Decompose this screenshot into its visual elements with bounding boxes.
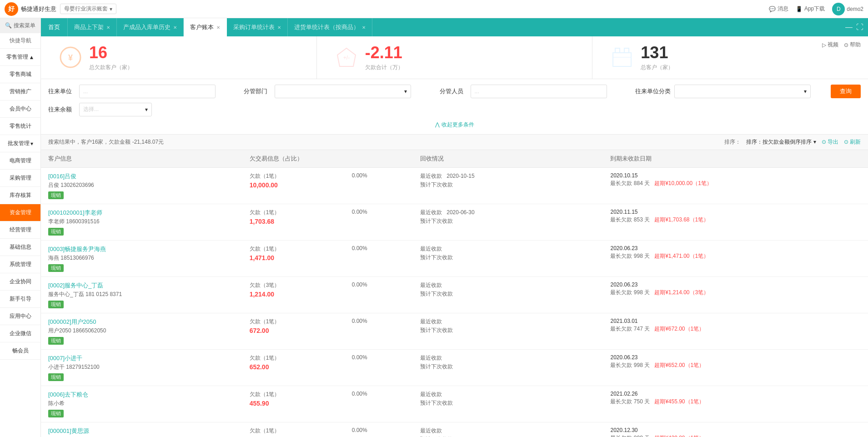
sidebar-item-app-center[interactable]: 应用中心 [0,308,40,325]
customer-phone: 海燕 18513066976 [48,254,235,262]
message-btn[interactable]: 💬 消息 [769,5,788,13]
message-label: 消息 [778,5,788,13]
overdue-link[interactable]: 超期¥1,214.00（3笔） [654,289,709,296]
overdue-link[interactable]: 超期¥672.00（1笔） [654,326,704,332]
user-name: demo2 [847,6,863,12]
close-icon[interactable]: ✕ [216,25,220,30]
customer-phone: 李老师 18600391516 [48,218,235,226]
collection-cell: 最近收款 预计下次收款 [413,276,570,313]
sidebar-search[interactable]: 🔍 搜索菜单 [0,18,40,33]
tab-product-shelf[interactable]: 商品上下架 ✕ [68,18,117,36]
sidebar-item-member[interactable]: 会员中心 [0,100,40,118]
debt-percent: 0.00% [352,318,406,324]
collapse-btn[interactable]: ⋀ 收起更多条件 [48,121,861,129]
debt-count-cell: 欠款（1笔） 429.00 [242,422,345,437]
tab-home[interactable]: 首页 [41,18,68,36]
collection-extra-cell [570,204,603,240]
tab-label: 客户账本 [190,23,214,31]
customer-name-link[interactable]: [000001]黄思源 [48,427,89,434]
tab-purchase-stats[interactable]: 采购订单统计表 ✕ [227,18,288,36]
collection-label: 最近收款 2020-10-15 [420,172,562,180]
sidebar-item-ecommerce[interactable]: 电商管理 [0,152,40,170]
sidebar-item-enterprise[interactable]: 企业协同 [0,273,40,291]
overdue-link[interactable]: 超期¥652.00（1笔） [654,362,704,368]
overdue-link[interactable]: 超期¥1,703.68（1笔） [654,216,709,223]
close-icon[interactable]: ✕ [106,25,110,30]
debt-count-cell: 欠款（1笔） 10,000.00 [242,167,345,204]
debt-count-cell: 欠款（1笔） 455.90 [242,386,345,422]
customer-name-link[interactable]: [0001020001]李老师 [48,209,102,216]
search-button[interactable]: 查询 [831,85,861,98]
overdue-link[interactable]: 超期¥455.90（1笔） [654,398,704,405]
close-icon[interactable]: ✕ [277,25,281,30]
quick-nav-item[interactable]: 快捷导航 [0,33,40,49]
debt-count-cell: 欠款（1笔） 1,703.68 [242,204,345,240]
sidebar-item-guide[interactable]: 新手引导 [0,291,40,308]
customer-name-link[interactable]: [0016]吕俊 [48,173,76,180]
content-area: 首页 商品上下架 ✕ 产成品入库单历史 ✕ 客户账本 ✕ 采购订单统计表 ✕ [41,18,868,437]
sidebar-item-wechat[interactable]: 企业微信 [0,325,40,342]
customer-name-link[interactable]: [0003]畅捷服务尹海燕 [48,246,106,252]
customer-name-link[interactable]: [000002]用户2050 [48,318,96,325]
overdue-link[interactable]: 超期¥429.00（1笔） [654,435,704,437]
sidebar-item-label: 企业微信 [10,330,31,337]
refresh-btn[interactable]: ⊙ 刷新 [844,138,861,146]
export-btn[interactable]: ⊙ 导出 [822,138,838,146]
debt-amount: 10,000.00 [250,181,337,189]
debt-amount: 672.00 [250,327,337,334]
overdue-info: 2020.10.15 最长欠款 884 天 超期¥10,000.00（1笔） [610,172,861,187]
balance-select[interactable]: 选择... ▾ [79,103,152,116]
minimize-btn[interactable]: — [845,23,853,31]
overdue-link[interactable]: 超期¥1,471.00（1笔） [654,253,709,259]
sidebar-item-label: 会员中心 [10,105,31,112]
collection-info: 最近收款 2020-06-30 预计下次收款 [420,209,562,225]
debt-amount: 455.90 [250,400,337,407]
sidebar-item-purchase[interactable]: 采购管理 [0,170,40,187]
sidebar-item-inventory[interactable]: 库存核算 [0,187,40,204]
user-menu[interactable]: D demo2 [832,3,863,15]
tab-label: 产成品入库单历史 [123,23,171,31]
dept-select[interactable]: ▾ [275,85,411,98]
results-actions: 排序： 排序：按欠款金额倒序排序 ▾ ⊙ 导出 ⊙ 刷新 [724,138,861,146]
maximize-btn[interactable]: ⛶ [856,23,863,31]
sidebar-item-operation[interactable]: 经营管理 [0,221,40,239]
overdue-link[interactable]: 超期¥10,000.00（1笔） [654,180,712,186]
sidebar-item-retail-stats[interactable]: 零售统计 [0,118,40,135]
app-download-btn[interactable]: 📱 App下载 [796,5,825,13]
unit-cat-select[interactable]: ▾ [674,85,811,98]
debt-percent: 0.00% [352,281,406,288]
customer-name-link[interactable]: [0007]小进干 [48,355,82,362]
chevron-down-icon: ▾ [804,88,807,95]
sidebar-item-retail-mgmt[interactable]: 零售管理 ▲ [0,49,40,66]
close-icon[interactable]: ✕ [173,25,177,30]
person-input[interactable]: ... [471,85,607,98]
sidebar-item-marketing[interactable]: 营销推广 [0,83,40,100]
sidebar-item-system[interactable]: 系统管理 [0,256,40,273]
sidebar-item-vip[interactable]: 畅会员 [0,342,40,360]
stats-top-right: ▷ 视频 ⊙ 帮助 [822,41,861,49]
brand-selector[interactable]: 母婴行业演示账套 ▾ [60,4,116,14]
close-icon[interactable]: ✕ [362,25,366,30]
stat-total-content: 131 总客户（家） [641,44,673,71]
sidebar-item-batch-mgmt[interactable]: 批发管理 ▾ [0,135,40,152]
sort-select[interactable]: 排序：按欠款金额倒序排序 ▾ [746,138,816,146]
collection-info: 最近收款 预计下次收款 [420,354,562,371]
table-row: [0001020001]李老师 李老师 18600391516 现销 欠款（1笔… [41,204,868,240]
overdue-cell: 2020.06.23 最长欠款 998 天 超期¥1,471.00（1笔） [603,240,868,276]
help-link[interactable]: ⊙ 帮助 [844,41,861,49]
overdue-days: 最长欠款 750 天 超期¥455.90（1笔） [610,398,861,406]
view-link[interactable]: ▷ 视频 [822,41,838,49]
sidebar-item-retail-mall[interactable]: 零售商城 [0,66,40,83]
tab-product-history[interactable]: 产成品入库单历史 ✕ [117,18,184,36]
filter-group-person: 分管人员 ... [440,85,628,98]
debt-percent-cell: 0.00% [345,204,413,240]
customer-name-link[interactable]: [0006]去下粮仓 [48,391,88,398]
sidebar-item-basic-info[interactable]: 基础信息 [0,239,40,256]
overdue-info: 2020.06.23 最长欠款 998 天 超期¥1,214.00（3笔） [610,281,861,296]
tab-customer-account[interactable]: 客户账本 ✕ [184,18,227,36]
chevron-icon: ▾ [30,141,33,147]
tab-purchase-product-stats[interactable]: 进货单统计表（按商品） ✕ [288,18,372,36]
customer-name-link[interactable]: [0002]服务中心_丁磊 [48,282,103,289]
sidebar-item-finance[interactable]: 资金管理 [0,204,40,221]
from-unit-input[interactable]: ... [79,85,216,98]
